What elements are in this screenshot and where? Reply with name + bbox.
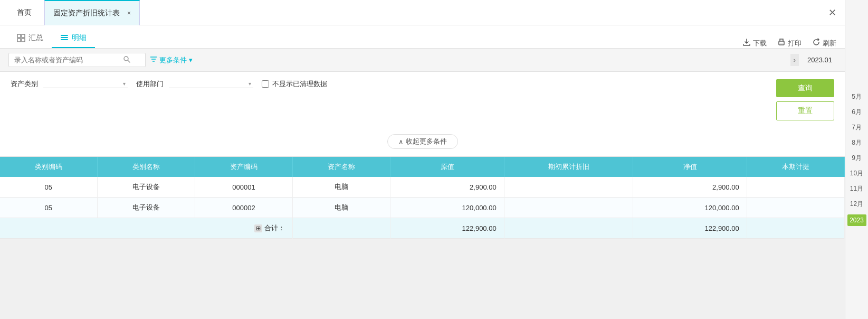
date-display: 2023.01 xyxy=(803,54,836,66)
refresh-button[interactable]: 刷新 xyxy=(812,38,836,48)
svg-rect-0 xyxy=(17,34,21,37)
table-cell: 000002 xyxy=(195,198,292,218)
col-accumulated-depreciation: 期初累计折旧 xyxy=(504,157,633,177)
refresh-icon xyxy=(812,38,821,48)
col-asset-code: 资产编码 xyxy=(195,157,292,177)
table-wrap: 类别编码 类别名称 资产编码 资产名称 原值 期初累计折旧 净值 本期计提 05… xyxy=(0,157,845,239)
svg-rect-6 xyxy=(61,39,68,40)
table-cell: 电脑 xyxy=(293,177,390,198)
asset-type-arrow-icon: ▾ xyxy=(123,81,126,87)
col-category-code: 类别编码 xyxy=(0,157,97,177)
table-cell xyxy=(747,177,844,198)
department-select[interactable]: ▾ xyxy=(169,80,253,88)
col-current-period: 本期计提 xyxy=(747,157,844,177)
summary-empty-4 xyxy=(293,218,390,239)
table-cell: 05 xyxy=(0,198,97,218)
sidebar-month-8[interactable]: 8月 xyxy=(846,136,867,150)
table-row: 05电子设备000002电脑120,000.00120,000.00 xyxy=(0,198,845,218)
collapse-bar: ∧ 收起更多条件 xyxy=(11,134,834,149)
collapse-label: 收起更多条件 xyxy=(406,137,447,146)
download-label: 下载 xyxy=(753,39,767,48)
col-original-value: 原值 xyxy=(390,157,504,177)
svg-point-9 xyxy=(124,57,128,61)
table-cell: 2,900.00 xyxy=(390,177,504,198)
department-arrow-icon: ▾ xyxy=(249,81,251,87)
col-net-value: 净值 xyxy=(633,157,747,177)
period-nav-button[interactable]: › xyxy=(790,54,799,66)
summary-row: ⊞合计：122,900.00122,900.00 xyxy=(0,218,845,239)
tab-label: 固定资产折旧统计表 xyxy=(53,8,120,18)
home-nav-item[interactable]: 首页 xyxy=(8,8,40,17)
table-cell xyxy=(504,198,633,218)
table-cell: 2,900.00 xyxy=(633,177,747,198)
svg-rect-5 xyxy=(61,37,68,38)
svg-rect-2 xyxy=(17,39,21,42)
reset-button[interactable]: 重置 xyxy=(776,101,834,120)
tab-summary[interactable]: 汇总 xyxy=(8,29,52,48)
department-label: 使用部门 xyxy=(136,79,164,89)
filter-actions: 查询 重置 xyxy=(776,79,834,120)
sidebar-month-7[interactable]: 7月 xyxy=(846,120,867,135)
detail-label: 明细 xyxy=(72,33,87,43)
search-bar: 更多条件 ▾ › 2023.01 xyxy=(0,49,845,72)
hide-cleared-checkbox[interactable] xyxy=(262,80,269,88)
tab-close-icon[interactable]: × xyxy=(127,10,131,17)
search-bar-right: › 2023.01 xyxy=(790,54,836,66)
table-cell: 000001 xyxy=(195,177,292,198)
col-category-name: 类别名称 xyxy=(97,157,195,177)
asset-type-filter: 资产类别 ▾ xyxy=(11,79,128,89)
right-sidebar: 5月 6月 7月 8月 9月 10月 11月 12月 2023 xyxy=(845,0,868,319)
table-cell: 电脑 xyxy=(293,198,390,218)
sidebar-month-6[interactable]: 6月 xyxy=(846,105,867,119)
chevron-down-icon: ▾ xyxy=(189,56,193,64)
table-cell: 电子设备 xyxy=(97,177,195,198)
sidebar-month-10[interactable]: 10月 xyxy=(846,166,867,181)
table-cell: 120,000.00 xyxy=(633,198,747,218)
search-input-wrap[interactable] xyxy=(8,53,146,67)
table-cell: 电子设备 xyxy=(97,198,195,218)
tab-detail[interactable]: 明细 xyxy=(52,29,95,48)
hide-cleared-checkbox-wrap[interactable]: 不显示已清理数据 xyxy=(262,79,327,89)
summary-original-value: 122,900.00 xyxy=(390,218,504,239)
sidebar-month-9[interactable]: 9月 xyxy=(846,151,867,165)
more-filter-button[interactable]: 更多条件 ▾ xyxy=(150,55,193,65)
table-cell: 120,000.00 xyxy=(390,198,504,218)
col-asset-name: 资产名称 xyxy=(293,157,390,177)
print-icon xyxy=(777,38,786,48)
more-filter-label: 更多条件 xyxy=(159,55,187,65)
summary-accumulated xyxy=(504,218,633,239)
hide-cleared-label: 不显示已清理数据 xyxy=(272,79,327,89)
sidebar-month-12[interactable]: 12月 xyxy=(846,197,867,211)
filter-icon xyxy=(150,55,157,64)
sub-tabs-bar: 汇总 明细 下载 打印 xyxy=(0,25,845,49)
sidebar-month-11[interactable]: 11月 xyxy=(846,182,867,196)
svg-rect-3 xyxy=(22,39,25,42)
window-close-icon[interactable]: ✕ xyxy=(828,7,836,18)
search-icon[interactable] xyxy=(123,55,130,64)
svg-rect-4 xyxy=(61,35,68,36)
toolbar-right: 下载 打印 刷新 xyxy=(742,38,836,48)
table-header-row: 类别编码 类别名称 资产编码 资产名称 原值 期初累计折旧 净值 本期计提 xyxy=(0,157,845,177)
sidebar-month-5[interactable]: 5月 xyxy=(846,90,867,104)
asset-type-select[interactable]: ▾ xyxy=(43,80,128,88)
refresh-label: 刷新 xyxy=(823,39,836,48)
svg-rect-8 xyxy=(780,43,783,43)
active-tab[interactable]: 固定资产折旧统计表 × xyxy=(44,0,140,25)
print-button[interactable]: 打印 xyxy=(777,38,802,48)
table-cell xyxy=(747,198,844,218)
sidebar-year-badge[interactable]: 2023 xyxy=(847,214,866,226)
download-icon xyxy=(742,38,751,48)
hide-cleared-filter: 不显示已清理数据 xyxy=(262,79,327,89)
top-nav: 首页 固定资产折旧统计表 × ✕ xyxy=(0,0,845,25)
filter-area: 资产类别 ▾ 使用部门 ▾ 不显示已清理数据 查询 xyxy=(0,72,845,157)
summary-net-value: 122,900.00 xyxy=(633,218,747,239)
collapse-button[interactable]: ∧ 收起更多条件 xyxy=(387,134,458,149)
search-input[interactable] xyxy=(14,56,120,64)
table-cell xyxy=(504,177,633,198)
query-button[interactable]: 查询 xyxy=(776,79,834,97)
data-table: 类别编码 类别名称 资产编码 资产名称 原值 期初累计折旧 净值 本期计提 05… xyxy=(0,157,845,239)
department-filter: 使用部门 ▾ xyxy=(136,79,253,89)
detail-icon xyxy=(60,34,69,42)
svg-line-10 xyxy=(128,61,130,63)
download-button[interactable]: 下载 xyxy=(742,38,767,48)
